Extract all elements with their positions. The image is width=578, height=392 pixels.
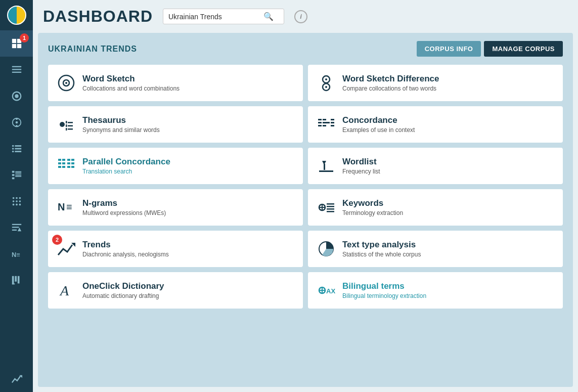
word-sketch-diff-subtitle: Compare collocations of two words (342, 85, 439, 92)
concordance-title: Concordance (342, 115, 415, 125)
svg-rect-16 (15, 148, 21, 150)
bilingual-text: Bilingual terms Bilingual terminology ex… (342, 281, 426, 299)
card-text-type-analysis[interactable]: Text type analysis Statistics of the who… (308, 231, 563, 267)
sidebar: 1 (0, 0, 33, 392)
sidebar-item-bullet-list[interactable] (0, 136, 33, 162)
svg-rect-59 (318, 119, 322, 120)
sidebar-item-advanced[interactable] (0, 267, 33, 293)
keywords-icon (317, 198, 335, 216)
svg-rect-74 (67, 159, 70, 161)
sort-list-icon (11, 222, 22, 233)
card-word-sketch[interactable]: Word Sketch Collocations and word combin… (48, 65, 303, 101)
svg-rect-72 (58, 166, 61, 168)
card-keywords[interactable]: Keywords Terminology extraction (308, 189, 563, 226)
card-wordlist[interactable]: Wordlist Frequency list (308, 148, 563, 184)
manage-corpus-button[interactable]: MANAGE CORPUS (484, 41, 563, 57)
sidebar-item-dashboard[interactable]: 1 (0, 30, 33, 57)
sidebar-item-word-sketch[interactable] (0, 109, 33, 136)
sidebar-item-sort-list[interactable] (0, 214, 33, 241)
svg-rect-73 (62, 166, 65, 168)
sidebar-item-trend[interactable] (0, 366, 33, 392)
svg-rect-2 (12, 44, 16, 48)
sidebar-item-concordance[interactable] (0, 83, 33, 109)
card-parallel-concordance[interactable]: Parallel Concordance Translation search (48, 148, 303, 184)
svg-point-30 (16, 200, 18, 202)
svg-point-34 (19, 204, 21, 206)
ngrams-icon: N ≡ (57, 198, 75, 216)
concordance-text: Concordance Examples of use in context (342, 115, 415, 134)
svg-point-49 (325, 78, 327, 80)
svg-rect-65 (331, 119, 334, 120)
svg-rect-88 (327, 203, 334, 205)
svg-point-8 (15, 94, 18, 98)
trends-text: Trends Diachronic analysis, neologisms (82, 240, 169, 258)
card-concordance[interactable]: Concordance Examples of use in context (308, 106, 563, 143)
ngrams-nav-icon: N≡ (11, 248, 22, 259)
wordlist-subtitle: Frequency list (342, 168, 380, 175)
svg-rect-69 (62, 159, 65, 161)
main-content: DASHBOARD 🔍 i UKRAINIAN TRENDS CORPUS IN… (33, 0, 578, 392)
logo-circle (7, 6, 26, 25)
svg-rect-5 (12, 69, 21, 70)
svg-text:N≡: N≡ (11, 251, 20, 258)
bullet-list-icon (11, 143, 22, 154)
word-sketch-diff-icon (317, 74, 335, 92)
card-oneclick-dictionary[interactable]: A OneClick Dictionary Automatic dictiona… (48, 272, 303, 309)
svg-rect-0 (12, 39, 16, 43)
svg-rect-57 (68, 125, 73, 127)
oneclick-title: OneClick Dictionary (82, 281, 164, 291)
badge-1: 1 (20, 33, 29, 42)
svg-rect-23 (15, 172, 21, 173)
search-icon[interactable]: 🔍 (263, 12, 274, 21)
svg-rect-78 (67, 166, 70, 168)
list-icon (11, 64, 22, 75)
svg-rect-60 (323, 119, 326, 120)
sidebar-item-dotgrid[interactable] (0, 188, 33, 214)
thesaurus-title: Thesaurus (82, 115, 160, 125)
card-word-sketch-diff[interactable]: Word Sketch Difference Compare collocati… (308, 65, 563, 101)
sidebar-item-advanced-list[interactable] (0, 162, 33, 188)
svg-rect-19 (12, 171, 14, 173)
search-input[interactable] (168, 13, 259, 21)
text-type-text: Text type analysis Statistics of the who… (342, 240, 421, 258)
ngrams-subtitle: Multiword expressions (MWEs) (82, 209, 166, 216)
sidebar-item-list[interactable] (0, 57, 33, 83)
trends-subtitle: Diachronic analysis, neologisms (82, 251, 169, 258)
parallel-concordance-title: Parallel Concordance (82, 157, 170, 167)
svg-point-11 (16, 118, 18, 120)
svg-rect-3 (17, 44, 21, 48)
card-thesaurus[interactable]: Thesaurus Synonyms and similar words (48, 106, 303, 143)
svg-point-28 (19, 197, 21, 199)
corpus-info-button[interactable]: CORPUS INFO (417, 41, 481, 57)
svg-rect-82 (319, 170, 333, 172)
card-bilingual-terms[interactable]: AX Bilingual terms Bilingual terminology… (308, 272, 563, 309)
svg-rect-6 (12, 72, 21, 73)
svg-rect-67 (331, 125, 334, 126)
svg-rect-20 (12, 174, 14, 176)
thesaurus-text: Thesaurus Synonyms and similar words (82, 115, 160, 134)
text-type-subtitle: Statistics of the whole corpus (342, 251, 421, 258)
info-icon[interactable]: i (294, 10, 307, 23)
svg-rect-89 (327, 206, 334, 207)
advanced-list-icon (11, 169, 22, 181)
svg-point-32 (12, 204, 14, 206)
trends-title: Trends (82, 240, 169, 250)
svg-point-27 (16, 197, 18, 199)
svg-rect-14 (15, 145, 21, 147)
concordance-nav-icon (11, 91, 22, 102)
svg-rect-76 (67, 162, 70, 164)
svg-point-10 (15, 121, 18, 124)
svg-text:AX: AX (326, 287, 335, 295)
oneclick-icon: A (57, 281, 75, 299)
svg-rect-37 (12, 230, 16, 231)
sidebar-bottom (0, 366, 33, 392)
card-ngrams[interactable]: N ≡ N-grams Multiword expressions (MWEs) (48, 189, 303, 226)
card-trends[interactable]: 2 Trends Diachronic analysis, neologisms (48, 231, 303, 267)
header: DASHBOARD 🔍 i (33, 0, 578, 33)
sidebar-item-ngrams-nav[interactable]: N≡ (0, 241, 33, 267)
svg-rect-64 (323, 125, 326, 126)
oneclick-text: OneClick Dictionary Automatic dictionary… (82, 281, 164, 299)
bilingual-title: Bilingual terms (342, 281, 426, 291)
svg-rect-68 (58, 159, 61, 161)
svg-rect-43 (12, 283, 15, 284)
